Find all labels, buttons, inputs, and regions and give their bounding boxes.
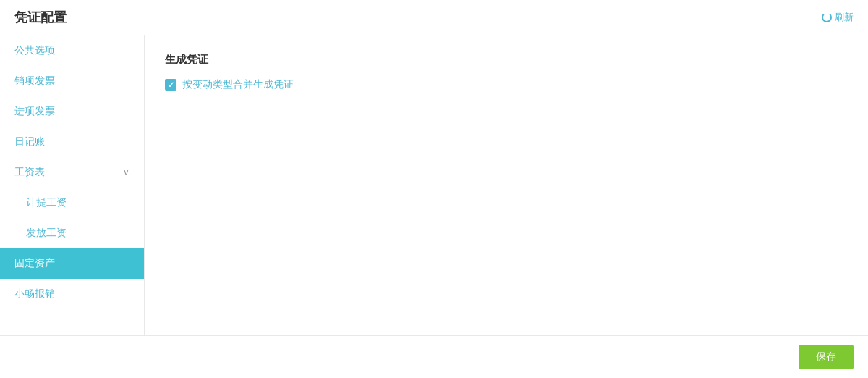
sidebar-item-payroll-table[interactable]: 工资表∨ (0, 157, 144, 188)
check-mark-icon: ✓ (168, 81, 174, 89)
sidebar-item-label: 公共选项 (14, 44, 55, 57)
sidebar-item-journal[interactable]: 日记账 (0, 127, 144, 157)
sidebar-item-fixed-assets[interactable]: 固定资产 (0, 248, 144, 279)
refresh-icon (822, 12, 832, 22)
checkbox-row: ✓ 按变动类型合并生成凭证 (165, 78, 848, 91)
section-divider (165, 106, 848, 106)
content-area: 生成凭证 ✓ 按变动类型合并生成凭证 (145, 35, 868, 335)
sidebar-item-sales-invoice[interactable]: 销项发票 (0, 66, 144, 96)
sidebar: 公共选项销项发票进项发票日记账工资表∨计提工资发放工资固定资产小畅报销 (0, 35, 145, 335)
section-title: 生成凭证 (165, 53, 848, 67)
refresh-button[interactable]: 刷新 (822, 11, 854, 24)
refresh-label: 刷新 (835, 11, 854, 24)
header: 凭证配置 刷新 (0, 0, 868, 35)
page-title: 凭证配置 (14, 9, 67, 26)
sidebar-item-purchase-invoice[interactable]: 进项发票 (0, 96, 144, 127)
sidebar-item-expense-reimbursement[interactable]: 小畅报销 (0, 279, 144, 309)
sidebar-item-label: 计提工资 (26, 196, 67, 209)
save-button[interactable]: 保存 (799, 345, 854, 369)
sidebar-item-label: 日记账 (14, 135, 45, 148)
merge-checkbox[interactable]: ✓ (165, 79, 176, 91)
sidebar-item-label: 小畅报销 (14, 287, 55, 301)
page-container: 凭证配置 刷新 公共选项销项发票进项发票日记账工资表∨计提工资发放工资固定资产小… (0, 0, 868, 378)
sidebar-item-label: 工资表 (14, 166, 45, 179)
sidebar-item-label: 进项发票 (14, 105, 55, 118)
chevron-down-icon: ∨ (123, 167, 129, 177)
sidebar-item-public-options[interactable]: 公共选项 (0, 35, 144, 66)
sidebar-item-label: 销项发票 (14, 75, 55, 88)
sidebar-item-calculate-salary[interactable]: 计提工资 (0, 188, 144, 218)
main-layout: 公共选项销项发票进项发票日记账工资表∨计提工资发放工资固定资产小畅报销 生成凭证… (0, 35, 868, 335)
footer: 保存 (0, 335, 868, 378)
sidebar-item-label: 发放工资 (26, 227, 67, 240)
sidebar-item-pay-salary[interactable]: 发放工资 (0, 218, 144, 248)
sidebar-item-label: 固定资产 (14, 257, 55, 270)
checkbox-label[interactable]: 按变动类型合并生成凭证 (182, 78, 294, 91)
